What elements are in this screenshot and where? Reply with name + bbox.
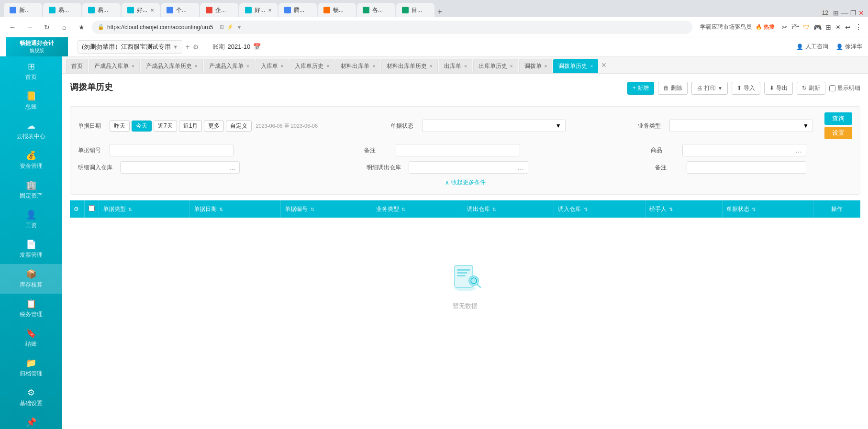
tab-transfer[interactable]: 调拨单 × (519, 59, 553, 73)
show-cols-toggle[interactable]: 显示明细 (829, 84, 860, 92)
collapse-button[interactable]: ∧ 收起更多条件 (78, 178, 852, 187)
home-button[interactable]: ⌂ (57, 21, 71, 34)
query-button[interactable]: 查询 (824, 112, 852, 125)
menu-icon[interactable]: ⋮ (855, 22, 862, 32)
bookmark-button[interactable]: ★ (75, 21, 88, 34)
close-all-tabs-icon[interactable]: ✕ (601, 61, 607, 69)
close-tab-product-in-history[interactable]: × (195, 64, 198, 69)
sidebar-item-archive[interactable]: 📁 归档管理 (0, 353, 62, 383)
sort-biz-type-icon[interactable]: ⇅ (401, 207, 405, 212)
tab-product-in-2[interactable]: 产成品入库单 × (204, 59, 255, 73)
sidebar-item-inventory[interactable]: 📦 库存核算 (0, 264, 62, 294)
remark-input[interactable] (396, 144, 520, 156)
sidebar-item-invoice[interactable]: 📄 发票管理 (0, 234, 62, 264)
th-from-warehouse[interactable]: 调出仓库 ⇅ (463, 200, 554, 218)
date-more-btn[interactable]: 更多 (204, 121, 224, 132)
sidebar-item-guide[interactable]: 📌 新手引导 (0, 412, 62, 429)
sort-doc-type-icon[interactable]: ⇅ (128, 207, 132, 212)
th-handler[interactable]: 经手人 ⇅ (645, 200, 722, 218)
show-cols-checkbox[interactable] (829, 85, 835, 91)
sort-to-warehouse-icon[interactable]: ⇅ (584, 207, 588, 212)
address-bar[interactable]: 🔒 https://cloud.chanjet.com/accounting/u… (92, 21, 692, 34)
close-icon-4[interactable]: ✕ (150, 8, 154, 13)
doc-no-input[interactable] (110, 144, 234, 156)
tab-home[interactable]: 首页 (66, 59, 88, 73)
browser-tab-11[interactable]: 目... (396, 3, 434, 17)
tab-transfer-history[interactable]: 调拨单历史 × (553, 59, 598, 73)
th-biz-type[interactable]: 业务类型 ⇅ (372, 200, 463, 218)
browser-tab-5[interactable]: 个... (161, 3, 199, 17)
extensions-icon[interactable]: ⊞ (833, 9, 839, 17)
close-tab-transfer-history[interactable]: × (590, 64, 593, 69)
export-button[interactable]: ⬇ 导出 (764, 82, 793, 95)
close-icon-7[interactable]: ✕ (268, 8, 272, 13)
new-tab-button[interactable]: + (437, 7, 443, 17)
sidebar-item-payroll[interactable]: 👤 工资 (0, 205, 62, 234)
tab-out-order[interactable]: 出库单 × (439, 59, 472, 73)
undo-icon[interactable]: ↩ (845, 23, 851, 31)
tab-product-in[interactable]: 产成品入库单 × (89, 59, 140, 73)
sidebar-item-home[interactable]: ⊞ 首页 (0, 56, 62, 86)
new-button[interactable]: + 新增 (627, 82, 654, 95)
th-doc-type[interactable]: 单据类型 ⇅ (99, 200, 189, 218)
sort-doc-date-icon[interactable]: ⇅ (219, 207, 223, 212)
sidebar-item-tax[interactable]: 📋 税务管理 (0, 294, 62, 323)
close-tab-transfer[interactable]: × (545, 64, 547, 69)
close-tab-in-history[interactable]: × (326, 64, 329, 69)
sidebar-item-ledger[interactable]: 📒 总账 (0, 86, 62, 116)
close-tab-product-in-2[interactable]: × (246, 64, 249, 69)
browser-tab-9[interactable]: 畅... (318, 3, 356, 17)
sort-handler-icon[interactable]: ⇅ (669, 207, 673, 212)
import-button[interactable]: ⬆ 导入 (732, 82, 760, 95)
sidebar-item-settle[interactable]: 🔖 结账 (0, 323, 62, 353)
print-button[interactable]: 🖨 打印 ▼ (691, 82, 728, 95)
browser-tab-8[interactable]: 腾... (278, 3, 317, 17)
chevron-down-icon[interactable]: ▼ (236, 24, 242, 30)
browser-tab-1[interactable]: 新... (4, 3, 42, 17)
filter-settings-button[interactable]: 设置 (824, 127, 852, 139)
close-tab-material-out-history[interactable]: × (430, 64, 433, 69)
browser-tab-6[interactable]: 企... (200, 3, 238, 17)
src-warehouse-dots-icon[interactable]: … (229, 164, 235, 171)
settings-icon[interactable]: ⚙ (193, 43, 199, 51)
calendar-icon[interactable]: 📅 (253, 43, 261, 50)
close-window-button[interactable]: ✕ (858, 9, 864, 17)
sort-doc-status-icon[interactable]: ⇅ (752, 207, 756, 212)
browser-tab-10[interactable]: 各... (357, 3, 395, 17)
browser-tab-7[interactable]: 好... ✕ (239, 3, 278, 17)
browser-tab-3[interactable]: 易... (82, 3, 121, 17)
column-settings-icon[interactable]: ⚙ (74, 206, 79, 212)
th-doc-date[interactable]: 单据日期 ⇅ (189, 200, 280, 218)
close-tab-product-in[interactable]: × (132, 64, 134, 69)
minimize-button[interactable]: — (841, 9, 848, 17)
th-checkbox[interactable] (84, 200, 99, 218)
delete-button[interactable]: 🗑 删除 (658, 82, 688, 95)
th-doc-status[interactable]: 单据状态 ⇅ (722, 200, 813, 218)
status-dropdown[interactable]: ▼ (422, 120, 566, 132)
sidebar-item-fund[interactable]: 💰 资金管理 (0, 145, 62, 175)
back-button[interactable]: ← (6, 21, 19, 34)
tab-in-order[interactable]: 入库单 × (256, 59, 289, 73)
close-tab-out-history[interactable]: × (510, 64, 513, 69)
sidebar-item-fixed-asset[interactable]: 🏢 固定资产 (0, 175, 62, 205)
tab-material-out[interactable]: 材料出库单 × (335, 59, 380, 73)
translate-icon[interactable]: 译• (791, 23, 799, 31)
sort-doc-no-icon[interactable]: ⇅ (311, 207, 314, 212)
note-input[interactable] (687, 161, 806, 174)
refresh-button[interactable]: ↻ 刷新 (797, 82, 825, 95)
goods-selector[interactable]: … (682, 144, 806, 156)
refresh-button[interactable]: ↻ (40, 21, 54, 34)
forward-button[interactable]: → (23, 21, 36, 34)
user-profile-btn[interactable]: 👤 徐泽华 (836, 43, 862, 51)
close-tab-out-order[interactable]: × (464, 64, 467, 69)
th-settings[interactable]: ⚙ (70, 200, 84, 218)
goods-dots-icon[interactable]: … (795, 146, 802, 154)
company-selector[interactable]: (勿删勿禁用）江西服宝测试专用 ▼ (78, 40, 182, 54)
date-today-btn[interactable]: 今天 (132, 121, 152, 132)
biz-type-dropdown[interactable]: ▼ (669, 120, 813, 132)
close-tab-material-out[interactable]: × (372, 64, 375, 69)
th-doc-no[interactable]: 单据编号 ⇅ (281, 200, 372, 218)
dst-warehouse-dots-icon[interactable]: … (517, 164, 524, 171)
date-month-btn[interactable]: 近1月 (179, 121, 202, 132)
browser-tab-2[interactable]: 易... (43, 3, 81, 17)
